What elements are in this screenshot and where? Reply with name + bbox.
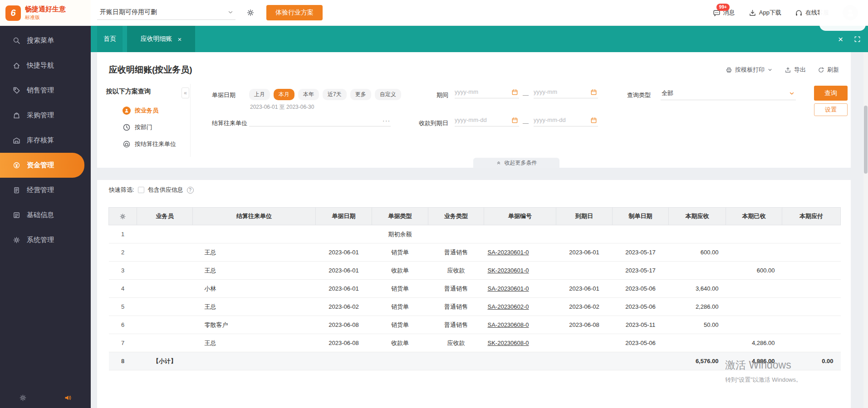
cell-doc-type — [372, 352, 428, 370]
announcement-speaker-icon[interactable] — [64, 394, 72, 402]
table-row[interactable]: 7 王总 2023-06-08 收款单 应收款 SK-20230608-0 20… — [109, 334, 841, 352]
settings-gear-icon[interactable] — [19, 394, 27, 402]
period-to-input[interactable] — [534, 86, 598, 98]
cell-doc-date: 2023-06-01 — [316, 262, 372, 280]
doc-link[interactable]: SK-20230601-0 — [488, 267, 529, 274]
query-type-select[interactable]: 全部 — [661, 87, 796, 100]
sidebar-item-search-menu[interactable]: 搜索菜单 — [0, 28, 91, 53]
cell-received: 4,286.00 — [726, 334, 782, 352]
app-download-link[interactable]: App下载 — [749, 9, 781, 17]
panel-collapse-button[interactable]: « — [181, 87, 189, 98]
settlement-unit-field: ... — [249, 114, 391, 127]
calendar-icon[interactable] — [511, 89, 518, 96]
help-icon[interactable]: ? — [187, 187, 194, 194]
tab-receivable-ledger[interactable]: 应收明细账 × — [127, 26, 195, 52]
brand-edition: 标准版 — [25, 14, 66, 21]
account-set-dropdown[interactable]: 开账日期可停用可删 — [97, 6, 235, 20]
query-scheme-label: 按结算往来单位 — [135, 140, 176, 148]
cell-biz-type: 普通销售 — [428, 298, 484, 316]
sidebar-item-inventory-accounting[interactable]: 库存核算 — [0, 128, 91, 153]
include-supplier-checkbox[interactable] — [138, 187, 144, 193]
due-to-input[interactable] — [534, 114, 598, 126]
tab-close-icon[interactable]: × — [178, 35, 182, 43]
list-icon — [13, 211, 20, 219]
sidebar-item-system-mgmt[interactable]: 系统管理 — [0, 228, 91, 253]
settlement-unit-picker[interactable]: ... — [383, 116, 391, 123]
query-type-value: 全部 — [662, 89, 673, 97]
account-settings-gear-icon[interactable] — [246, 9, 255, 17]
cell-receivable — [669, 334, 726, 352]
chip-custom[interactable]: 自定义 — [375, 89, 401, 100]
scrollbar-thumb[interactable] — [864, 106, 868, 174]
query-scheme-by-salesperson[interactable]: 按业务员 — [97, 102, 190, 119]
chip-more[interactable]: 更多 — [350, 89, 371, 100]
sidebar-item-business-mgmt[interactable]: 经营管理 — [0, 178, 91, 203]
sidebar-item-base-info[interactable]: 基础信息 — [0, 203, 91, 228]
cell-doc-no: SK-20230601-0 — [484, 262, 556, 280]
collapse-more-conditions[interactable]: 收起更多条件 — [473, 158, 559, 168]
sidebar-item-label: 销售管理 — [27, 86, 54, 95]
print-by-template-button[interactable]: 按模板打印 — [726, 66, 773, 74]
fullscreen-icon[interactable] — [854, 36, 861, 43]
cell-unit — [193, 352, 316, 370]
row-no: 2 — [109, 243, 137, 262]
due-from-field — [455, 114, 519, 127]
bank-icon — [123, 140, 131, 148]
tab-home[interactable]: 首页 — [97, 26, 123, 52]
doc-link[interactable]: SA-20230601-0 — [488, 249, 529, 256]
calendar-icon[interactable] — [590, 89, 597, 96]
cell-received: 4,886.00 — [726, 352, 782, 370]
row-no: 1 — [109, 225, 137, 243]
calendar-icon[interactable] — [511, 117, 518, 124]
chip-last-month[interactable]: 上月 — [249, 89, 270, 100]
table-row[interactable]: 1 期初余额 — [109, 225, 841, 243]
cell-doc-no: SK-20230608-0 — [484, 334, 556, 352]
doc-link[interactable]: SA-20230601-0 — [488, 285, 529, 292]
due-from-input[interactable] — [455, 114, 519, 126]
table-row[interactable]: 6 零散客户 2023-06-08 销货单 普通销售 SA-20230608-0… — [109, 316, 841, 334]
export-button[interactable]: 导出 — [785, 66, 806, 74]
chip-last-7-days[interactable]: 近7天 — [323, 89, 347, 100]
close-all-tabs-icon[interactable]: × — [838, 35, 843, 44]
cell-doc-date: 2023-06-01 — [316, 243, 372, 262]
cell-salesperson — [137, 280, 193, 298]
sidebar-item-sales-mgmt[interactable]: 销售管理 — [0, 78, 91, 103]
settings-button[interactable]: 设置 — [814, 103, 848, 116]
col-create-date: 制单日期 — [613, 208, 669, 225]
chip-this-year[interactable]: 本年 — [298, 89, 319, 100]
doc-link[interactable]: SA-20230608-0 — [488, 321, 529, 328]
table-row[interactable]: 3 王总 2023-06-01 收款单 应收款 SK-20230601-0 20… — [109, 262, 841, 280]
calendar-icon[interactable] — [590, 117, 597, 124]
doc-link[interactable]: SK-20230608-0 — [488, 340, 529, 346]
messages-link[interactable]: 99+ 消息 — [713, 9, 735, 17]
query-scheme-label: 按部门 — [135, 123, 152, 131]
table-row[interactable]: 4 小林 2023-06-01 销货单 普通销售 SA-20230601-0 2… — [109, 280, 841, 298]
cell-salesperson: 【小计】 — [137, 352, 193, 370]
search-button[interactable]: 查询 — [814, 86, 848, 101]
page-title: 应收明细账(按业务员) — [109, 64, 192, 76]
cell-doc-type: 销货单 — [372, 316, 428, 334]
settlement-unit-input[interactable] — [249, 114, 391, 126]
query-scheme-by-department[interactable]: 按部门 — [97, 119, 190, 136]
doc-link[interactable]: SA-20230602-0 — [488, 303, 529, 310]
period-from-input[interactable] — [455, 86, 519, 98]
sidebar-item-label: 经营管理 — [27, 186, 54, 194]
trial-solution-button[interactable]: 体验行业方案 — [266, 5, 323, 20]
table-row[interactable]: 2 王总 2023-06-01 销货单 普通销售 SA-20230601-0 2… — [109, 243, 841, 262]
sidebar-item-purchase-mgmt[interactable]: 采购管理 — [0, 103, 91, 128]
column-settings-gear-icon[interactable] — [119, 213, 126, 220]
refresh-button[interactable]: 刷新 — [818, 66, 839, 74]
vertical-scrollbar[interactable] — [863, 52, 868, 408]
table-row[interactable]: 5 王总 2023-06-02 销货单 普通销售 SA-20230602-0 2… — [109, 298, 841, 316]
subtotal-row: 8 【小计】 6,576.00 4,886.00 0.00 — [109, 352, 841, 370]
query-scheme-by-settlement-unit[interactable]: 按结算往来单位 — [97, 136, 190, 152]
sidebar-item-fund-mgmt[interactable]: 资金管理 — [0, 153, 84, 178]
cell-create-date: 2023-05-11 — [613, 316, 669, 334]
sidebar-item-quick-nav[interactable]: 快捷导航 — [0, 53, 91, 78]
system-icon — [13, 236, 20, 244]
cell-doc-no — [484, 352, 556, 370]
sidebar-footer — [0, 387, 91, 408]
cell-receivable — [669, 225, 726, 243]
chip-this-month[interactable]: 本月 — [274, 89, 294, 100]
chevron-up-icon — [496, 160, 501, 165]
